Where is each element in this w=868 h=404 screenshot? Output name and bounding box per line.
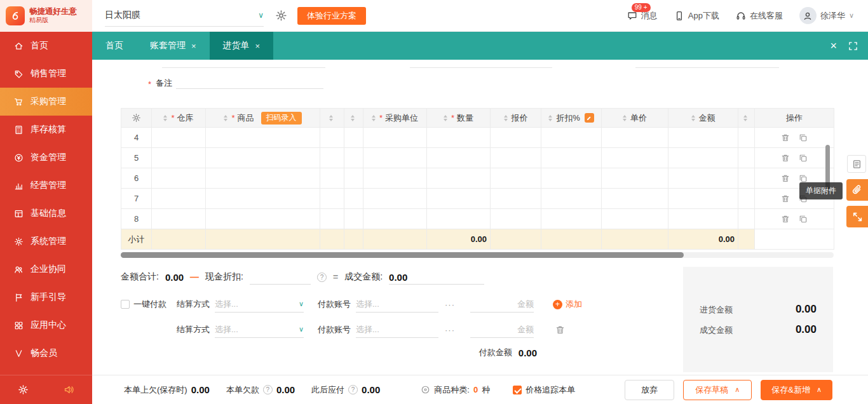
account-selector[interactable]: 日太阳膜 ∨: [105, 5, 264, 27]
col-header-quote[interactable]: 报价: [491, 109, 541, 128]
sort-handle[interactable]: [743, 115, 747, 121]
attachment-side-button[interactable]: [846, 179, 868, 201]
cell-aux2[interactable]: [344, 168, 363, 189]
copy-row-icon[interactable]: [799, 215, 808, 224]
cell-quote[interactable]: [491, 128, 541, 148]
help-question-icon[interactable]: ?: [317, 273, 327, 282]
delete-row-icon[interactable]: [781, 215, 790, 224]
tab-home[interactable]: 首页: [92, 32, 137, 60]
col-header-aux2[interactable]: [344, 109, 363, 128]
sort-handle[interactable]: [548, 115, 552, 121]
cell-aux2[interactable]: [344, 128, 363, 148]
delete-row-icon[interactable]: [781, 194, 790, 203]
cell-amount[interactable]: [668, 128, 738, 148]
col-header-aux3[interactable]: [738, 109, 755, 128]
edit-discount-icon[interactable]: [585, 113, 594, 123]
cell-discount[interactable]: [541, 209, 602, 229]
close-tab-icon[interactable]: ×: [255, 41, 261, 51]
cell-product[interactable]: [206, 168, 320, 189]
col-header-discount[interactable]: 折扣%: [541, 109, 602, 128]
col-header-product[interactable]: *商品扫码录入: [206, 109, 320, 128]
cell-discount[interactable]: [541, 189, 602, 209]
delete-row-icon[interactable]: [781, 154, 790, 163]
cell-price[interactable]: [602, 148, 668, 168]
tab-purchase-order[interactable]: 进货单 ×: [210, 32, 274, 60]
table-horizontal-scrollbar[interactable]: [121, 252, 834, 258]
cell-quote[interactable]: [491, 148, 541, 168]
cell-aux1[interactable]: [320, 189, 344, 209]
help-question-icon[interactable]: ?: [348, 385, 358, 394]
close-tab-icon[interactable]: ×: [191, 41, 196, 51]
cell-amount[interactable]: [668, 209, 738, 229]
fullscreen-icon[interactable]: [848, 41, 858, 51]
cell-product[interactable]: [206, 189, 320, 209]
one-click-pay-checkbox[interactable]: [121, 300, 130, 309]
sort-handle[interactable]: [224, 115, 227, 121]
sort-handle[interactable]: [504, 115, 508, 121]
cell-amount[interactable]: [668, 168, 738, 189]
sidebar-settings-gear-button[interactable]: [18, 384, 29, 395]
cell-warehouse[interactable]: [152, 168, 206, 189]
help-question-icon[interactable]: ?: [263, 385, 273, 394]
settle-method-select[interactable]: 选择...∨: [215, 321, 304, 338]
save-and-new-button[interactable]: 保存&新增 ∧: [761, 380, 832, 400]
pay-account-select[interactable]: 选择...: [356, 321, 438, 338]
sort-handle[interactable]: [444, 115, 447, 121]
delete-row-icon[interactable]: [781, 133, 790, 142]
cell-amount[interactable]: [668, 189, 738, 209]
tab-account-mgmt[interactable]: 账套管理 ×: [137, 32, 210, 60]
discard-button[interactable]: 放弃: [625, 380, 674, 400]
scan-entry-button[interactable]: 扫码录入: [261, 112, 302, 125]
cell-aux1[interactable]: [320, 148, 344, 168]
sidebar-item-operations[interactable]: 经营管理: [0, 172, 92, 199]
sidebar-item-home[interactable]: 首页: [0, 32, 92, 60]
cell-aux2[interactable]: [344, 209, 363, 229]
cell-aux1[interactable]: [320, 209, 344, 229]
app-download-button[interactable]: App下载: [674, 10, 719, 22]
expand-side-button[interactable]: [846, 206, 868, 227]
form-field-partial-2[interactable]: [410, 60, 552, 68]
cell-price[interactable]: [602, 128, 668, 148]
sidebar-item-inventory[interactable]: 库存核算: [0, 116, 92, 144]
col-header-unit[interactable]: *采购单位: [363, 109, 427, 128]
add-payment-button[interactable]: +添加: [553, 299, 582, 310]
copy-row-icon[interactable]: [799, 154, 808, 163]
cell-qty[interactable]: [427, 148, 491, 168]
online-support-button[interactable]: 在线客服: [736, 10, 783, 22]
cell-qty[interactable]: [427, 128, 491, 148]
cell-warehouse[interactable]: [152, 148, 206, 168]
cell-discount[interactable]: [541, 168, 602, 189]
pay-amount-input[interactable]: [470, 321, 534, 338]
sort-handle[interactable]: [163, 115, 167, 121]
cell-quote[interactable]: [491, 209, 541, 229]
cell-warehouse[interactable]: [152, 128, 206, 148]
notes-side-button[interactable]: [847, 155, 866, 173]
col-header-price[interactable]: 单价: [602, 109, 668, 128]
cell-unit[interactable]: [363, 168, 427, 189]
cell-amount[interactable]: [668, 148, 738, 168]
delete-row-icon[interactable]: [781, 174, 790, 183]
column-settings-header[interactable]: [121, 109, 152, 128]
cell-aux1[interactable]: [320, 128, 344, 148]
price-track-checkbox[interactable]: [513, 386, 522, 394]
cell-aux2[interactable]: [344, 189, 363, 209]
cell-unit[interactable]: [363, 189, 427, 209]
sidebar-item-system[interactable]: 系统管理: [0, 227, 92, 255]
sort-handle[interactable]: [351, 115, 355, 121]
cell-unit[interactable]: [363, 128, 427, 148]
form-field-partial-3[interactable]: [635, 60, 779, 68]
sidebar-item-guide[interactable]: 新手引导: [0, 283, 92, 311]
cell-qty[interactable]: [427, 168, 491, 189]
cell-quote[interactable]: [491, 168, 541, 189]
cell-aux1[interactable]: [320, 168, 344, 189]
cell-aux2[interactable]: [344, 148, 363, 168]
save-draft-button[interactable]: 保存草稿 ∧: [683, 380, 752, 400]
logo-area[interactable]: 畅捷通好生意 精易版: [0, 0, 92, 32]
cell-product[interactable]: [206, 128, 320, 148]
pay-amount-input[interactable]: [470, 296, 534, 313]
col-header-aux1[interactable]: [320, 109, 344, 128]
form-field-partial-1[interactable]: [162, 60, 325, 68]
cell-warehouse[interactable]: [152, 189, 206, 209]
cell-discount[interactable]: [541, 128, 602, 148]
cell-quote[interactable]: [491, 189, 541, 209]
